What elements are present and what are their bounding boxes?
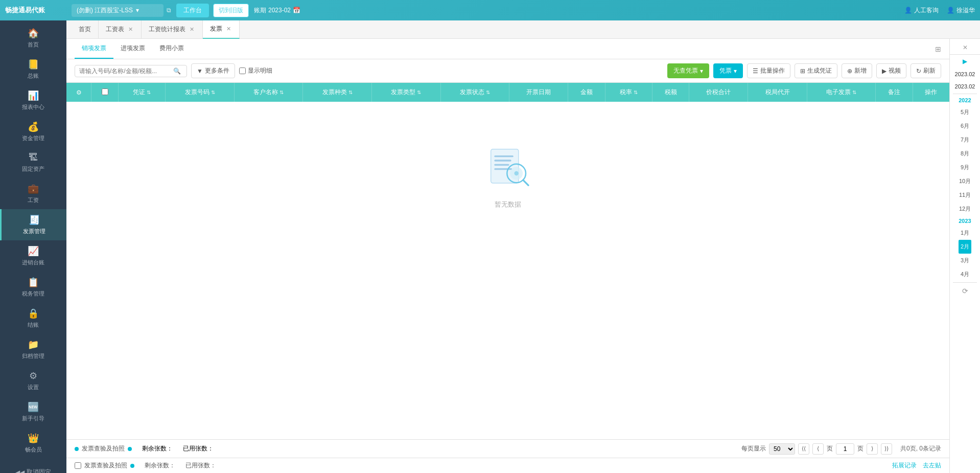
th-total[interactable]: 价税合计 — [689, 83, 748, 102]
select-all-checkbox[interactable] — [102, 88, 108, 95]
year-2022: 2022 — [958, 95, 972, 105]
show-detail-input[interactable] — [239, 67, 246, 74]
date-quick-2[interactable]: 2023.02 — [953, 80, 977, 93]
voucher-button[interactable]: 凭票 ▾ — [713, 63, 743, 78]
date-sidebar-scroll[interactable]: ⟳ — [962, 284, 968, 298]
refresh-button[interactable]: ↻ 刷新 — [911, 63, 941, 78]
th-invoice-status[interactable]: 发票状态⇅ — [440, 83, 509, 102]
tab-home[interactable]: 首页 — [72, 20, 99, 39]
month-2022-11[interactable]: 11月 — [957, 188, 973, 202]
month-2022-7[interactable]: 7月 — [959, 133, 971, 147]
sidebar-item-invoice[interactable]: 🧾 发票管理 — [0, 209, 66, 240]
status-checkbox[interactable] — [75, 462, 81, 469]
month-2022-10[interactable]: 10月 — [957, 174, 973, 188]
month-2022-9[interactable]: 9月 — [959, 161, 971, 174]
filter-icon: ▼ — [197, 67, 203, 75]
sidebar-item-home[interactable]: 🏠 首页 — [0, 22, 66, 54]
sidebar-item-settings[interactable]: ⚙ 设置 — [0, 365, 66, 396]
th-tax-rate[interactable]: 税率⇅ — [605, 83, 652, 102]
tab-invoice-close[interactable]: ✕ — [225, 25, 232, 33]
month-2023-3[interactable]: 3月 — [959, 254, 971, 267]
company-selector[interactable]: (勿删) 江西股宝-LSS ▾ — [72, 4, 164, 17]
prev-page-btn[interactable]: ⟨ — [812, 443, 824, 455]
video-button[interactable]: ▶ 视频 — [876, 63, 906, 78]
sidebar-item-tax[interactable]: 📋 税务管理 — [0, 272, 66, 303]
th-e-invoice[interactable]: 电子发票⇅ — [807, 83, 876, 102]
add-record-link[interactable]: 拓展记录 — [892, 461, 917, 470]
th-invoice-no[interactable]: 发票号码⇅ — [166, 83, 235, 102]
sidebar-collapse-btn[interactable]: ◀◀ 取消固定 — [0, 464, 66, 473]
sub-tab-sales[interactable]: 销项发票 — [75, 39, 113, 59]
last-page-btn[interactable]: ⟩⟩ — [881, 443, 892, 455]
sidebar-item-salary[interactable]: 💼 工资 — [0, 178, 66, 209]
th-open-date[interactable]: 开票日期 — [509, 83, 568, 102]
ledger-icon: 📒 — [28, 59, 39, 70]
month-2022-8[interactable]: 8月 — [959, 147, 971, 161]
date-quick-1[interactable]: 2023.02 — [953, 68, 977, 80]
service-item[interactable]: 👤 人工客询 — [904, 6, 939, 15]
calendar-icon[interactable]: 📅 — [293, 7, 300, 14]
th-action[interactable]: 操作 — [913, 83, 949, 102]
th-invoice-category[interactable]: 发票类型⇅ — [372, 83, 441, 102]
th-tax[interactable]: 税额 — [652, 83, 689, 102]
month-2022-12[interactable]: 12月 — [957, 202, 973, 216]
user-item[interactable]: 👤 徐溢华 — [947, 6, 975, 15]
sidebar-item-fixed-assets[interactable]: 🏗 固定资产 — [0, 147, 66, 178]
search-icon[interactable]: 🔍 — [173, 67, 181, 75]
svg-rect-4 — [494, 168, 512, 170]
sidebar-item-funds[interactable]: 💰 资金管理 — [0, 116, 66, 147]
switch-label: 切到旧版 — [219, 7, 243, 14]
sidebar-item-guide[interactable]: 🆕 新手引导 — [0, 396, 66, 427]
batch-op-button[interactable]: ☰ 批量操作 — [747, 63, 790, 78]
search-input[interactable] — [79, 67, 171, 75]
month-2023-1[interactable]: 1月 — [959, 226, 971, 240]
th-remark[interactable]: 备注 — [876, 83, 913, 102]
date-sidebar-close[interactable]: ✕ — [950, 41, 980, 55]
grid-view-icon[interactable]: ⊞ — [935, 45, 941, 53]
tab-salary-stats-close[interactable]: ✕ — [189, 26, 195, 33]
workbench-button[interactable]: 工作台 — [176, 4, 209, 17]
sidebar-item-archive[interactable]: 📁 归档管理 — [0, 334, 66, 365]
tab-salary-label: 工资表 — [106, 25, 124, 34]
page-label-2: 页 — [857, 444, 864, 453]
tab-salary-stats[interactable]: 工资统计报表 ✕ — [142, 20, 203, 39]
per-page-select[interactable]: 50 100 200 — [769, 443, 795, 455]
tab-salary[interactable]: 工资表 ✕ — [99, 20, 142, 39]
sub-tab-expense[interactable]: 费用小票 — [152, 39, 191, 59]
copy-icon[interactable]: ⧉ — [167, 7, 171, 14]
switch-old-version-button[interactable]: 切到旧版 — [213, 4, 249, 17]
sidebar-label-fixed-assets: 固定资产 — [22, 165, 44, 173]
tab-invoice[interactable]: 发票 ✕ — [203, 20, 240, 39]
th-invoice-type[interactable]: 发票种类⇅ — [303, 83, 372, 102]
th-customer[interactable]: 客户名称⇅ — [234, 83, 303, 102]
th-amount[interactable]: 金额 — [568, 83, 605, 102]
no-voucher-button[interactable]: 无查凭票 ▾ — [667, 63, 709, 78]
sidebar-item-member[interactable]: 👑 畅会员 — [0, 427, 66, 459]
settings-icon: ⚙ — [29, 370, 37, 381]
month-2022-6[interactable]: 6月 — [959, 119, 971, 133]
sidebar-item-close[interactable]: 🔒 结账 — [0, 303, 66, 334]
new-button[interactable]: ⊕ 新增 — [842, 63, 872, 78]
sub-tab-purchase[interactable]: 进项发票 — [113, 39, 152, 59]
sidebar-item-ledger[interactable]: 📒 总账 — [0, 54, 66, 85]
tab-salary-close[interactable]: ✕ — [127, 26, 134, 33]
month-2022-5[interactable]: 5月 — [959, 105, 971, 119]
th-checkbox[interactable] — [91, 83, 119, 102]
th-settings[interactable]: ⚙ — [66, 83, 91, 102]
sub-tab-sales-label: 销项发票 — [82, 44, 106, 52]
show-detail-checkbox[interactable]: 显示明细 — [239, 66, 272, 75]
sidebar-item-sales[interactable]: 📈 进销台账 — [0, 240, 66, 272]
go-right-link[interactable]: 去左贴 — [923, 461, 941, 470]
page-input[interactable] — [836, 443, 854, 455]
generate-voucher-button[interactable]: ⊞ 生成凭证 — [795, 63, 837, 78]
month-2023-4[interactable]: 4月 — [959, 267, 971, 281]
filter-button[interactable]: ▼ 更多条件 — [191, 63, 235, 78]
next-page-btn[interactable]: ⟩ — [867, 443, 878, 455]
th-tax-code[interactable]: 税局代开 — [748, 83, 807, 102]
sidebar-item-reports[interactable]: 📊 报表中心 — [0, 85, 66, 116]
first-page-btn[interactable]: ⟨⟨ — [798, 443, 809, 455]
th-voucher[interactable]: 凭证⇅ — [119, 83, 166, 102]
month-2023-2[interactable]: 2月 — [959, 240, 971, 254]
svg-line-7 — [523, 180, 528, 185]
svg-point-8 — [515, 171, 519, 175]
